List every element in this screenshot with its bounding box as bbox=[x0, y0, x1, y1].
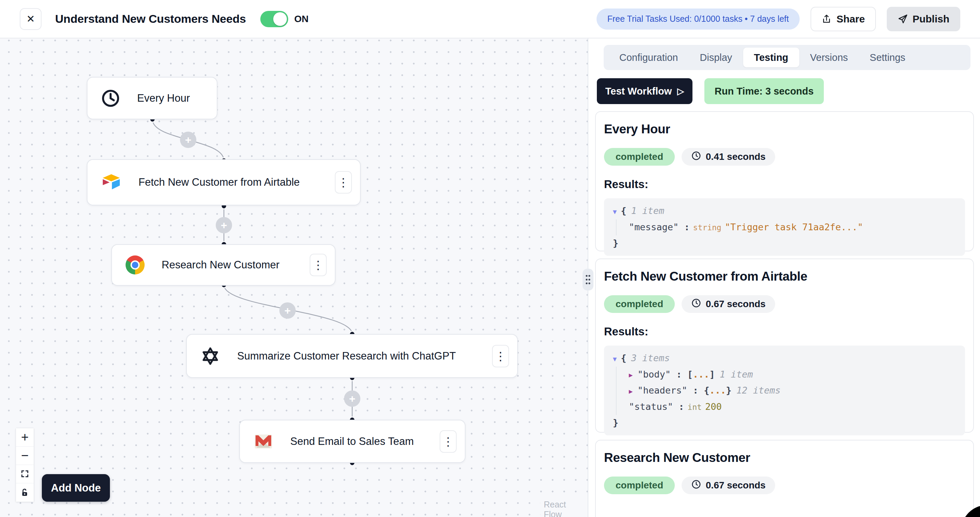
clock-icon bbox=[101, 89, 120, 108]
clock-icon bbox=[691, 298, 701, 311]
unlock-icon bbox=[21, 485, 29, 500]
status-row: completed 0.67 seconds bbox=[604, 295, 965, 313]
workflow-title: Understand New Customers Needs bbox=[55, 12, 246, 25]
clock-icon bbox=[691, 151, 701, 163]
airtable-icon bbox=[101, 172, 121, 192]
share-label: Share bbox=[837, 13, 865, 25]
zoom-in-button[interactable]: + bbox=[16, 428, 34, 447]
test-workflow-button[interactable]: Test Workflow ▷ bbox=[597, 78, 692, 104]
app-window: ✕ Understand New Customers Needs ON Free… bbox=[0, 0, 980, 517]
tab-display[interactable]: Display bbox=[689, 48, 743, 67]
json-row: ▶"headers" : {...}12 items bbox=[629, 383, 956, 399]
node-label: Research New Customer bbox=[162, 259, 279, 271]
node-label: Summarize Customer Research with ChatGPT bbox=[237, 350, 456, 362]
test-workflow-label: Test Workflow bbox=[605, 86, 672, 97]
duration-badge: 0.67 seconds bbox=[682, 295, 775, 313]
tab-configuration[interactable]: Configuration bbox=[608, 48, 689, 67]
plus-icon: + bbox=[185, 134, 192, 145]
json-row: ▶"body" : [...]1 item bbox=[629, 367, 956, 383]
results-label: Results: bbox=[604, 178, 965, 191]
panel-resize-handle[interactable] bbox=[582, 269, 593, 290]
json-children: ▶"body" : [...]1 item ▶"headers" : {...}… bbox=[616, 367, 956, 415]
react-flow-attribution[interactable]: React Flow bbox=[540, 498, 588, 517]
toggle-state-label: ON bbox=[294, 14, 309, 24]
json-children: "message" :string"Trigger task 71aa2fe..… bbox=[616, 219, 956, 235]
workflow-canvas[interactable]: + + + + Every Hour Fetch New Customer fr… bbox=[0, 38, 588, 517]
tab-versions[interactable]: Versions bbox=[799, 48, 859, 67]
result-card-fetch-airtable: Fetch New Customer from Airtable complet… bbox=[595, 258, 974, 433]
insert-node-button[interactable]: + bbox=[180, 132, 196, 148]
node-label: Fetch New Customer from Airtable bbox=[138, 176, 300, 189]
collapse-arrow-icon[interactable]: ▼ bbox=[613, 355, 617, 363]
card-title: Every Hour bbox=[604, 122, 965, 136]
duration-badge: 0.41 seconds bbox=[682, 148, 775, 166]
close-icon: ✕ bbox=[26, 13, 35, 25]
lock-button[interactable] bbox=[16, 483, 34, 502]
panel-tabs: Configuration Display Testing Versions S… bbox=[604, 45, 970, 70]
insert-node-button[interactable]: + bbox=[344, 390, 360, 407]
duration-badge: 0.67 seconds bbox=[682, 477, 775, 494]
plus-icon: + bbox=[349, 393, 356, 404]
results-json-viewer: ▼{3 items ▶"body" : [...]1 item ▶"header… bbox=[604, 346, 965, 435]
card-title: Research New Customer bbox=[604, 451, 965, 465]
share-button[interactable]: Share bbox=[811, 7, 875, 31]
toggle-knob bbox=[273, 12, 287, 26]
publish-label: Publish bbox=[913, 13, 950, 25]
expand-arrow-icon[interactable]: ▶ bbox=[629, 387, 633, 395]
gmail-icon bbox=[253, 431, 273, 451]
node-label: Send Email to Sales Team bbox=[290, 435, 414, 447]
json-close-line: } bbox=[613, 235, 956, 251]
status-row: completed 0.67 seconds bbox=[604, 477, 965, 494]
card-title: Fetch New Customer from Airtable bbox=[604, 270, 965, 284]
node-research-customer[interactable]: Research New Customer ⋮ bbox=[111, 244, 336, 286]
node-every-hour[interactable]: Every Hour bbox=[87, 77, 218, 119]
topbar-actions: Free Trial Tasks Used: 0/1000 tasks • 7 … bbox=[597, 7, 960, 31]
add-node-button[interactable]: Add Node bbox=[42, 474, 110, 502]
status-badge: completed bbox=[604, 477, 675, 494]
chrome-icon bbox=[126, 255, 145, 274]
json-row: "status" :int200 bbox=[629, 399, 956, 415]
collapse-arrow-icon[interactable]: ▼ bbox=[613, 208, 617, 215]
kebab-icon: ⋮ bbox=[442, 435, 454, 448]
minus-icon: − bbox=[21, 448, 29, 463]
kebab-icon: ⋮ bbox=[337, 176, 349, 189]
play-icon: ▷ bbox=[677, 86, 684, 97]
result-card-every-hour: Every Hour completed 0.41 seconds Result… bbox=[595, 111, 974, 251]
json-close-line: } bbox=[613, 415, 956, 431]
node-send-email[interactable]: Send Email to Sales Team ⋮ bbox=[239, 420, 466, 463]
publish-icon bbox=[898, 14, 908, 24]
fit-view-icon bbox=[21, 467, 29, 481]
publish-button[interactable]: Publish bbox=[887, 7, 960, 31]
grip-dots-icon bbox=[585, 274, 591, 285]
node-menu-button[interactable]: ⋮ bbox=[440, 430, 457, 453]
node-menu-button[interactable]: ⋮ bbox=[310, 254, 327, 276]
status-badge: completed bbox=[604, 148, 675, 166]
tab-settings[interactable]: Settings bbox=[859, 48, 916, 67]
top-bar: ✕ Understand New Customers Needs ON Free… bbox=[0, 0, 980, 38]
fit-view-button[interactable] bbox=[16, 465, 34, 483]
duration-label: 0.67 seconds bbox=[706, 299, 765, 309]
zoom-out-button[interactable]: − bbox=[16, 447, 34, 465]
plus-icon: + bbox=[21, 430, 29, 444]
node-fetch-airtable[interactable]: Fetch New Customer from Airtable ⋮ bbox=[87, 159, 361, 205]
tab-testing[interactable]: Testing bbox=[743, 48, 799, 67]
canvas-controls: + − bbox=[16, 428, 34, 502]
openai-icon bbox=[200, 346, 220, 366]
close-button[interactable]: ✕ bbox=[20, 8, 41, 30]
workflow-enabled-toggle[interactable] bbox=[260, 11, 288, 27]
insert-node-button[interactable]: + bbox=[279, 302, 296, 319]
kebab-icon: ⋮ bbox=[312, 258, 324, 272]
duration-label: 0.41 seconds bbox=[706, 151, 765, 162]
inspector-panel: Configuration Display Testing Versions S… bbox=[588, 38, 980, 517]
duration-label: 0.67 seconds bbox=[706, 480, 765, 491]
kebab-icon: ⋮ bbox=[495, 349, 506, 363]
clock-icon bbox=[691, 479, 701, 492]
node-summarize-chatgpt[interactable]: Summarize Customer Research with ChatGPT… bbox=[186, 334, 518, 378]
plus-icon: + bbox=[221, 220, 227, 231]
insert-node-button[interactable]: + bbox=[216, 217, 232, 233]
expand-arrow-icon[interactable]: ▶ bbox=[629, 371, 633, 379]
status-row: completed 0.41 seconds bbox=[604, 148, 965, 166]
json-root-line: ▼{3 items bbox=[613, 350, 956, 367]
node-menu-button[interactable]: ⋮ bbox=[492, 345, 509, 367]
node-menu-button[interactable]: ⋮ bbox=[335, 171, 352, 193]
